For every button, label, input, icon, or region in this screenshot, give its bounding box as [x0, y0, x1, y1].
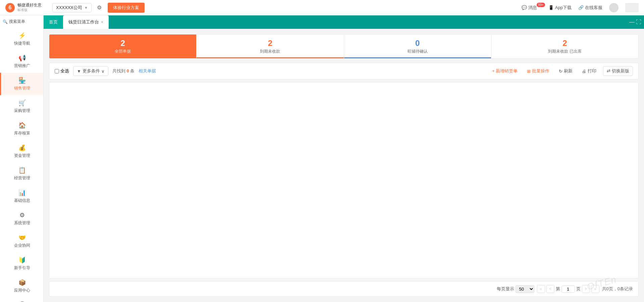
quick-nav-icon: ⚡ — [18, 32, 26, 39]
active-tab-label: 钱货日清工作台 — [68, 19, 99, 25]
switch-version-button[interactable]: ⇄ 切换新版 — [603, 66, 633, 76]
tab-home[interactable]: 首页 — [44, 15, 63, 29]
page-prefix: 第 — [556, 286, 560, 292]
company-selector[interactable]: XXXXXX公司 ▼ — [52, 3, 92, 12]
batch-icon: ⊞ — [527, 69, 531, 74]
app-name-area: 畅捷通好生意 标准版 — [17, 3, 42, 13]
online-service-button[interactable]: 🔗 在线客服 — [578, 5, 602, 11]
found-prefix: 共找到 — [112, 68, 125, 73]
gear-icon: ⚙ — [97, 4, 102, 11]
stat-num-overdue: 2 — [202, 39, 338, 48]
print-label: 打印 — [588, 68, 596, 74]
stat-card-pending[interactable]: 0 旺辅待确认 — [344, 35, 491, 58]
switch-icon: ⇄ — [607, 68, 610, 73]
service-icon: 🔗 — [578, 5, 584, 10]
stat-label-all: 全部单据 — [55, 49, 191, 54]
sidebar-item-finance[interactable]: 💰 资金管理 — [0, 140, 43, 163]
app-download-button[interactable]: 📱 App下载 — [548, 5, 572, 11]
sidebar: 🔍 搜索菜单 ⚡ 快捷导航 📢 营销推广 🏪 销售管理 🛒 采购管理 🏠 库存核… — [0, 15, 44, 302]
tab-maximize-icon[interactable]: ⛶ — [636, 19, 641, 25]
last-page-button[interactable]: » — [591, 285, 599, 293]
sidebar-label-purchase: 采购管理 — [14, 108, 30, 114]
sidebar-item-inventory[interactable]: 🏠 库存核算 — [0, 118, 43, 140]
pagination-bar: 每页显示 10 20 50 100 « < 第 页 > » — [49, 281, 639, 297]
search-menu-label: 搜索菜单 — [9, 19, 25, 24]
sidebar-label-marketing: 营销推广 — [14, 63, 30, 69]
sidebar-search[interactable]: 🔍 搜索菜单 — [0, 15, 43, 28]
select-all-label: 全选 — [60, 68, 69, 74]
stat-card-overdue[interactable]: 2 到期未收款 — [197, 35, 344, 58]
trial-button[interactable]: 体验行业方案 — [108, 3, 145, 13]
found-count: 0 — [127, 68, 129, 73]
guide-icon: 🔰 — [18, 256, 26, 264]
messages-button[interactable]: 💬 消息 99+ — [522, 5, 542, 11]
stat-label-overdue: 到期未收款 — [202, 49, 338, 54]
stat-card-overdue-shipped[interactable]: 2 到期未收款 已出库 — [491, 35, 638, 58]
tab-active[interactable]: 钱货日清工作台 × — [63, 15, 109, 29]
settings-button[interactable]: ⚙ — [94, 3, 104, 13]
header-right: 💬 消息 99+ 📱 App下载 🔗 在线客服 — [522, 3, 639, 12]
pending-indicator — [344, 57, 491, 58]
next-page-button[interactable]: > — [582, 285, 590, 293]
sidebar-item-guide[interactable]: 🔰 新手引导 — [0, 252, 43, 275]
sales-icon: 🏪 — [18, 77, 26, 84]
inventory-icon: 🏠 — [18, 122, 26, 129]
tab-minimize-icon[interactable]: — — [629, 19, 635, 25]
refresh-label: 刷新 — [564, 68, 573, 74]
app-logo-icon: 6 — [5, 3, 15, 12]
sidebar-item-marketing[interactable]: 📢 营销推广 — [0, 50, 43, 73]
prev-page-button[interactable]: < — [546, 285, 554, 293]
messages-label: 消息 — [528, 5, 537, 11]
sidebar-item-operations[interactable]: 📋 经营管理 — [0, 163, 43, 185]
sidebar-item-enterprise[interactable]: 🤝 企业协同 — [0, 230, 43, 252]
found-text: 共找到 0 条 — [112, 68, 135, 74]
refresh-button[interactable]: ↻ 刷新 — [556, 67, 575, 75]
stat-label-overdue-shipped: 到期未收款 已出库 — [497, 49, 633, 54]
top-header: 6 畅捷通好生意 标准版 XXXXXX公司 ▼ ⚙ 体验行业方案 💬 消息 99… — [0, 0, 644, 15]
app-center-icon: 📦 — [18, 279, 26, 286]
sidebar-item-sales[interactable]: 🏪 销售管理 — [0, 73, 43, 95]
first-page-button[interactable]: « — [537, 285, 545, 293]
current-page-input[interactable] — [561, 286, 575, 293]
filter-icon: ▼ — [77, 69, 81, 74]
batch-label: 批量操作 — [532, 68, 549, 74]
sidebar-item-wechat[interactable]: 💬 企业微信 — [0, 297, 43, 302]
download-icon: 📱 — [548, 5, 554, 10]
stat-num-pending: 0 — [350, 39, 486, 48]
select-all-checkbox[interactable]: 全选 — [55, 68, 69, 74]
filter-button[interactable]: ▼ 更多条件 ∨ — [73, 66, 108, 76]
user-name-area[interactable] — [625, 3, 639, 12]
logo-area: 6 畅捷通好生意 标准版 — [5, 3, 49, 13]
sidebar-item-basic-info[interactable]: 📊 基础信息 — [0, 185, 43, 207]
print-button[interactable]: 🖨 打印 — [579, 67, 599, 75]
sidebar-label-app-center: 应用中心 — [14, 288, 30, 293]
filter-dropdown-icon: ∨ — [101, 69, 105, 74]
sidebar-item-quick-nav[interactable]: ⚡ 快捷导航 — [0, 28, 43, 50]
related-label[interactable]: 相关单据 — [139, 68, 156, 74]
tab-bar: 首页 钱货日清工作台 × — ⛶ — [44, 15, 644, 29]
per-page-label: 每页显示 — [497, 286, 514, 292]
refresh-icon: ↻ — [559, 69, 562, 74]
toolbar: 全选 ▼ 更多条件 ∨ 共找到 0 条 相关单据 + 新增销货单 ⊞ — [49, 63, 639, 79]
stat-card-all[interactable]: 2 全部单据 — [49, 35, 197, 58]
batch-operation-button[interactable]: ⊞ 批量操作 — [524, 67, 552, 75]
overdue-indicator — [197, 57, 343, 58]
tab-close-icon[interactable]: × — [101, 20, 103, 24]
search-icon: 🔍 — [3, 19, 8, 24]
sidebar-label-basic-info: 基础信息 — [14, 198, 30, 203]
sidebar-label-guide: 新手引导 — [14, 265, 30, 271]
system-icon: ⚙ — [19, 212, 25, 219]
marketing-icon: 📢 — [18, 54, 26, 62]
table-empty-state — [49, 82, 638, 278]
sidebar-item-system[interactable]: ⚙ 系统管理 — [0, 207, 43, 230]
operations-icon: 📋 — [18, 167, 26, 174]
stat-num-overdue-shipped: 2 — [497, 39, 633, 48]
page-suffix: 页 — [576, 286, 581, 292]
new-sales-order-button[interactable]: + 新增销货单 — [489, 67, 520, 75]
sidebar-item-purchase[interactable]: 🛒 采购管理 — [0, 95, 43, 118]
home-tab-label: 首页 — [49, 19, 58, 25]
sidebar-item-app-center[interactable]: 📦 应用中心 — [0, 275, 43, 297]
select-all-input[interactable] — [55, 69, 59, 73]
per-page-dropdown[interactable]: 10 20 50 100 — [516, 285, 534, 293]
user-avatar[interactable] — [609, 3, 619, 12]
